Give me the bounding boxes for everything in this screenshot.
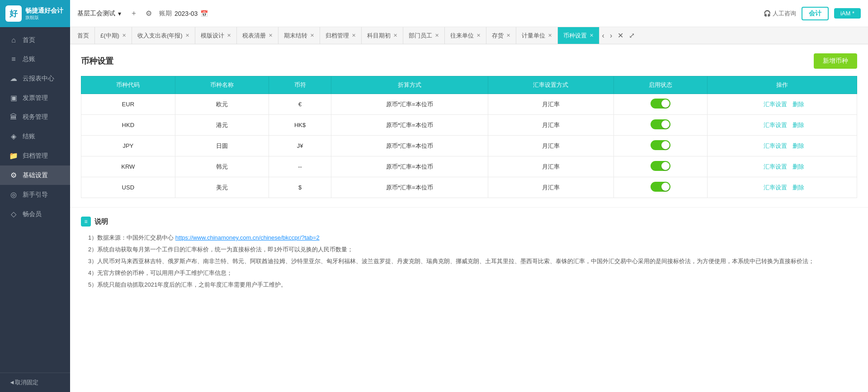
tab-income[interactable]: 收入支出表(年报) ✕ (132, 27, 195, 44)
cell-symbol: J¥ (269, 136, 331, 156)
sidebar-item-label: 云报表中心 (23, 75, 54, 83)
checkout-icon: ◈ (9, 132, 18, 141)
tab-close-icon[interactable]: ✕ (352, 33, 356, 38)
enable-toggle[interactable] (651, 161, 670, 171)
tab-close-icon[interactable]: ✕ (393, 33, 397, 38)
col-header-status: 启用状态 (613, 76, 708, 94)
sidebar-item-guide[interactable]: ◎ 新手引导 (0, 185, 70, 204)
notice-title-text: 说明 (94, 217, 108, 226)
cell-symbol: HK$ (269, 115, 331, 136)
tab-next-btn[interactable]: › (607, 32, 615, 40)
rate-settings-btn[interactable]: 汇率设置 (764, 122, 787, 128)
tab-close-icon[interactable]: ✕ (227, 33, 231, 38)
tab-label: 科目期初 (367, 32, 391, 40)
sidebar-item-reports[interactable]: ☁ 云报表中心 (0, 69, 70, 88)
tab-prev-btn[interactable]: ‹ (599, 32, 607, 40)
sidebar-item-tax[interactable]: 🏛 税务管理 (0, 108, 70, 127)
notice-text-1: 1）数据来源：中国外汇交易中心 (88, 234, 175, 241)
tab-close-all-btn[interactable]: ✕ (615, 31, 626, 40)
tab-subjects[interactable]: 科目期初 ✕ (362, 27, 403, 44)
rate-settings-btn[interactable]: 汇率设置 (764, 101, 787, 108)
guide-icon: ◎ (9, 190, 18, 199)
tab-clients[interactable]: 往来单位 ✕ (445, 27, 486, 44)
invoice-icon: ▣ (9, 94, 18, 102)
page-title: 币种设置 (81, 56, 113, 66)
sidebar-item-invoice[interactable]: ▣ 发票管理 (0, 88, 70, 108)
currency-table: 币种代码 币种名称 币符 折算方式 汇率设置方式 启用状态 操作 EUR 欧元 … (81, 76, 857, 198)
notice-item-4: 4）无官方牌价的币种，可以用用户手工维护汇率信息； (85, 267, 857, 279)
enable-toggle[interactable] (651, 119, 670, 129)
enable-toggle[interactable] (651, 182, 670, 192)
add-company-btn[interactable]: ＋ (128, 7, 139, 20)
tab-close-icon[interactable]: ✕ (590, 33, 594, 38)
tab-close-icon[interactable]: ✕ (435, 33, 439, 38)
tab-close-icon[interactable]: ✕ (548, 33, 552, 38)
tab-close-icon[interactable]: ✕ (506, 33, 510, 38)
tab-home[interactable]: 首页 (72, 27, 95, 44)
tab-close-icon[interactable]: ✕ (122, 33, 126, 38)
settings-btn[interactable]: ⚙ (144, 7, 154, 19)
delete-btn[interactable]: 删除 (793, 122, 804, 128)
delete-btn[interactable]: 删除 (793, 101, 804, 108)
tab-close-icon[interactable]: ✕ (185, 33, 189, 38)
tab-close-icon[interactable]: ✕ (476, 33, 481, 38)
col-header-actions: 操作 (708, 76, 857, 94)
delete-btn[interactable]: 删除 (793, 163, 804, 170)
rate-settings-btn[interactable]: 汇率设置 (764, 163, 787, 170)
tab-dept[interactable]: 部门员工 ✕ (403, 27, 445, 44)
accounting-btn[interactable]: 会计 (802, 7, 829, 20)
sidebar-item-archive[interactable]: 📁 归档管理 (0, 146, 70, 165)
sidebar-item-label: 结账 (23, 132, 35, 141)
sidebar-item-home[interactable]: ⌂ 首页 (0, 31, 70, 50)
tab-tax[interactable]: 税表清册 ✕ (237, 27, 278, 44)
notice-link[interactable]: https://www.chinamoney.com.cn/chinese/bk… (175, 234, 320, 241)
tab-label: 存货 (492, 32, 504, 40)
tab-label: 期末结转 (284, 32, 307, 40)
col-header-rate: 汇率设置方式 (488, 76, 613, 94)
sidebar: 好 畅捷通好会计 旗舰版 ⌂ 首页 ≡ 总账 ☁ 云报表中心 ▣ 发票管理 🏛 … (0, 0, 70, 392)
tab-close-icon[interactable]: ✕ (269, 33, 273, 38)
rate-settings-btn[interactable]: 汇率设置 (764, 184, 787, 191)
tab-archive[interactable]: 归档管理 ✕ (320, 27, 362, 44)
col-header-symbol: 币符 (269, 76, 331, 94)
tab-template[interactable]: 模版设计 ✕ (195, 27, 237, 44)
new-currency-btn[interactable]: 新增币种 (814, 53, 857, 69)
sidebar-item-label: 税务管理 (23, 113, 48, 121)
table-row: KRW 韩元 -- 原币*汇率=本位币 月汇率 汇率设置 删除 (81, 156, 857, 177)
cell-actions: 汇率设置 删除 (708, 177, 857, 198)
enable-toggle[interactable] (651, 140, 670, 150)
cell-actions: 汇率设置 删除 (708, 115, 857, 136)
tab-label: 税表清册 (242, 32, 266, 40)
settings-icon: ⚙ (9, 171, 18, 179)
tab-currency[interactable]: 币种设置 ✕ (558, 27, 599, 44)
sidebar-unpin[interactable]: ◄取消固定 (0, 373, 70, 392)
enable-toggle[interactable] (651, 99, 670, 109)
delete-btn[interactable]: 删除 (793, 142, 804, 149)
sidebar-item-settings[interactable]: ⚙ 基础设置 (0, 165, 70, 185)
tab-measure[interactable]: 计量单位 ✕ (516, 27, 558, 44)
period-selector[interactable]: 账期 2023-03 📅 (159, 9, 208, 18)
cell-actions: 汇率设置 删除 (708, 136, 857, 156)
notice-icon: ≡ (81, 217, 91, 227)
rate-settings-btn[interactable]: 汇率设置 (764, 142, 787, 149)
sidebar-logo: 好 畅捷通好会计 旗舰版 (0, 0, 70, 27)
tab-period-end[interactable]: 期末结转 ✕ (278, 27, 320, 44)
tab-inventory[interactable]: 存货 ✕ (486, 27, 516, 44)
company-selector[interactable]: 基层工会测试 ▾ (77, 9, 121, 18)
headset-icon: 🎧 (764, 10, 771, 17)
sidebar-item-checkout[interactable]: ◈ 结账 (0, 127, 70, 146)
tab-label: 币种设置 (563, 32, 587, 40)
tab-close-icon[interactable]: ✕ (310, 33, 314, 38)
sidebar-item-ledger[interactable]: ≡ 总账 (0, 50, 70, 69)
sidebar-item-label: 畅会员 (23, 210, 42, 218)
table-header: 币种代码 币种名称 币符 折算方式 汇率设置方式 启用状态 操作 (81, 76, 857, 94)
support-btn[interactable]: 🎧 人工咨询 (764, 9, 796, 18)
sidebar-item-member[interactable]: ◇ 畅会员 (0, 204, 70, 224)
cell-name: 日圆 (175, 136, 269, 156)
tab-balance[interactable]: £(中期) ✕ (95, 27, 132, 44)
tab-expand-btn[interactable]: ⤢ (626, 31, 637, 40)
user-badge: iAM * (834, 8, 861, 19)
support-label: 人工咨询 (773, 9, 796, 18)
cell-calc: 原币*汇率=本位币 (331, 94, 488, 115)
delete-btn[interactable]: 删除 (793, 184, 804, 191)
